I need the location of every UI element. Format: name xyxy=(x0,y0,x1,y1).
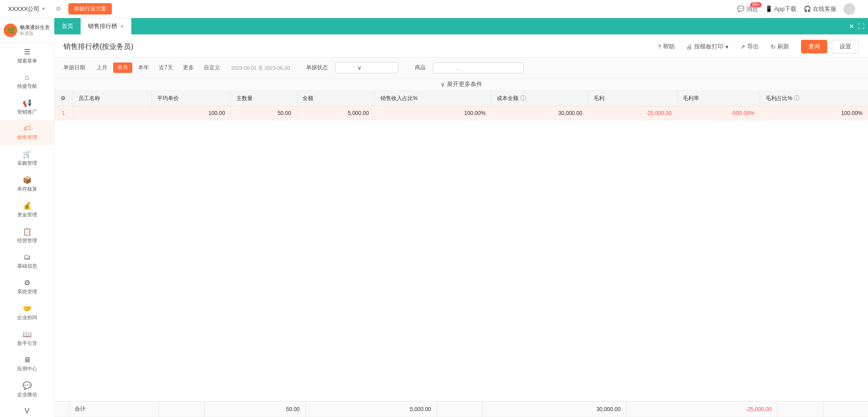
footer-sales-pct xyxy=(437,402,483,417)
company-name: XXXXX公司 xyxy=(8,5,39,13)
help-btn[interactable]: ? 帮助 xyxy=(654,41,678,53)
message-badge: 99+ xyxy=(750,2,762,7)
page-title: 销售排行榜(按业务员) xyxy=(63,42,134,52)
sidebar-item-enterprise[interactable]: 🤝 企业协同 xyxy=(0,300,54,326)
online-service-btn[interactable]: 🎧 在线客服 xyxy=(804,5,836,13)
sidebar-item-member[interactable]: V 畅会员 xyxy=(0,403,54,417)
sidebar-item-system[interactable]: ⚙ 系统管理 xyxy=(0,274,54,300)
sidebar-logo: 🌿 畅康通好生意 标准版 xyxy=(0,18,54,43)
online-service-label: 在线客服 xyxy=(813,5,836,13)
table-body: 1 100.00 50.00 5,000.00 100.00% 30,000.0… xyxy=(54,106,868,120)
cell-rank-0: 1 xyxy=(54,106,72,120)
message-btn[interactable]: 💬 消息 99+ xyxy=(737,5,758,13)
tab-home[interactable]: 首页 xyxy=(54,18,81,34)
help-icon: ? xyxy=(658,43,661,50)
goods-input[interactable]: ... xyxy=(433,62,523,73)
system-label: 系统管理 xyxy=(17,288,37,295)
th-gross-rate: 毛利率 xyxy=(677,91,760,106)
industry-button[interactable]: 体验行业方案 xyxy=(68,3,112,14)
quick-nav-icon: ⌂ xyxy=(25,73,29,81)
last-7-days-btn[interactable]: 近7天 xyxy=(155,62,177,73)
refresh-icon: ↻ xyxy=(771,43,776,50)
window-close-icon[interactable]: ✕ xyxy=(849,23,854,30)
query-button[interactable]: 查询 xyxy=(801,40,827,53)
main-layout: 🌿 畅康通好生意 标准版 ☰ 搜索菜单 ⌂ 快捷导航 📢 营销推广 🏷 销售管理… xyxy=(0,18,868,417)
doc-status-select[interactable]: ∨ xyxy=(335,62,398,73)
filter-section: 单据日期 上月 本月 本年 近7天 更多 自定义 2023-06-01 至 20… xyxy=(54,58,868,78)
sidebar-item-wechat[interactable]: 💬 企业微信 xyxy=(0,377,54,403)
footer-row: 合计 50.00 5,000.00 30,000.00 -25,000.00 xyxy=(54,402,868,417)
tab-sales-rank[interactable]: 销售排行榜 ✕ xyxy=(81,18,131,34)
chevron-down-icon: ▼ xyxy=(41,6,46,11)
system-icon: ⚙ xyxy=(24,278,30,287)
this-month-btn[interactable]: 本月 xyxy=(113,62,132,73)
expand-chevron-icon: ∨ xyxy=(441,81,445,88)
export-icon: ↗ xyxy=(740,43,745,50)
sidebar-item-basic-info[interactable]: 🗂 基础信息 xyxy=(0,249,54,274)
operations-label: 经营管理 xyxy=(17,237,37,244)
doc-status-label: 单据状态 xyxy=(306,64,328,72)
sidebar-item-inventory[interactable]: 📦 库存核算 xyxy=(0,171,54,197)
header-right: 💬 消息 99+ 📱 App下载 🎧 在线客服 xyxy=(737,3,863,15)
sidebar-item-sales[interactable]: 🏷 销售管理 xyxy=(0,120,54,145)
expand-bar[interactable]: ∨ 展开更多条件 xyxy=(54,78,868,91)
cost-info-icon[interactable]: ⓘ xyxy=(520,95,526,101)
search-label: 搜索菜单 xyxy=(17,58,37,64)
help-label: 帮助 xyxy=(663,43,675,51)
export-btn[interactable]: ↗ 导出 xyxy=(737,41,762,53)
sidebar-item-finance[interactable]: 💰 资金管理 xyxy=(0,197,54,223)
gross-pct-info-icon[interactable]: ⓘ xyxy=(794,95,800,101)
sidebar-item-purchase[interactable]: 🛒 采购管理 xyxy=(0,145,54,171)
settings-button[interactable]: 设置 xyxy=(832,40,859,53)
export-label: 导出 xyxy=(747,43,759,51)
sidebar-item-search[interactable]: ☰ 搜索菜单 xyxy=(0,43,54,69)
this-year-btn[interactable]: 本年 xyxy=(134,62,153,73)
goods-ellipsis[interactable]: ... xyxy=(455,65,460,71)
cell-amount-0: 5,000.00 xyxy=(297,106,374,120)
th-settings[interactable]: ⚙ xyxy=(54,91,72,106)
finance-label: 资金管理 xyxy=(17,211,37,218)
cell-avg-price-0: 100.00 xyxy=(152,106,231,120)
table-header-row: ⚙ 员工名称 平均单价 主数量 全额 销售收入占比% 成本全额 ⓘ 毛利 毛利率… xyxy=(54,91,868,106)
footer-amount: 5,000.00 xyxy=(305,402,436,417)
enterprise-label: 企业协同 xyxy=(17,314,37,321)
prev-month-btn[interactable]: 上月 xyxy=(92,62,111,73)
footer-gross-rate xyxy=(777,402,823,417)
avatar[interactable] xyxy=(844,3,855,15)
custom-date-btn[interactable]: 自定义 xyxy=(200,62,224,73)
sales-icon: 🏷 xyxy=(24,125,31,133)
sidebar-item-operations[interactable]: 📋 经营管理 xyxy=(0,223,54,249)
settings-icon-btn[interactable]: ⚙ xyxy=(52,3,65,15)
operations-icon: 📋 xyxy=(23,227,32,236)
date-filters: 上月 本月 本年 近7天 更多 自定义 xyxy=(92,62,224,73)
enterprise-icon: 🤝 xyxy=(23,304,32,313)
quick-nav-label: 快捷导航 xyxy=(17,83,37,90)
wechat-icon: 💬 xyxy=(23,381,32,390)
refresh-btn[interactable]: ↻ 刷新 xyxy=(767,41,793,53)
tutorial-label: 新手引导 xyxy=(17,340,37,347)
tab-bar: 首页 销售排行榜 ✕ ✕ ⛶ xyxy=(54,18,868,34)
inventory-label: 库存核算 xyxy=(17,186,37,192)
content-area: 首页 销售排行榜 ✕ ✕ ⛶ 销售排行榜(按业务员) ? 帮助 xyxy=(54,18,868,417)
th-cost: 成本全额 ⓘ xyxy=(491,91,588,106)
th-sales-pct: 销售收入占比% xyxy=(374,91,491,106)
logo-tag: 标准版 xyxy=(20,30,50,37)
sidebar-item-tutorial[interactable]: 📖 新手引导 xyxy=(0,326,54,351)
fullscreen-icon[interactable]: ⛶ xyxy=(858,23,864,30)
th-avg-price: 平均单价 xyxy=(152,91,231,106)
more-dates-btn[interactable]: 更多 xyxy=(179,62,198,73)
cell-sales-pct-0: 100.00% xyxy=(374,106,491,120)
sidebar-item-marketing[interactable]: 📢 营销推广 xyxy=(0,94,54,120)
filter-row-1: 单据日期 上月 本月 本年 近7天 更多 自定义 2023-06-01 至 20… xyxy=(63,62,859,73)
sales-rank-table: ⚙ 员工名称 平均单价 主数量 全额 销售收入占比% 成本全额 ⓘ 毛利 毛利率… xyxy=(54,91,868,120)
inventory-icon: 📦 xyxy=(23,176,32,184)
company-selector[interactable]: XXXXX公司 ▼ xyxy=(5,4,48,14)
tutorial-icon: 📖 xyxy=(23,330,32,339)
template-print-btn[interactable]: 🖨 按模板打印 ▾ xyxy=(683,41,732,53)
page-content: 销售排行榜(按业务员) ? 帮助 🖨 按模板打印 ▾ ↗ 导出 xyxy=(54,34,868,417)
app-download-btn[interactable]: 📱 App下载 xyxy=(765,5,796,13)
sidebar-item-quick-nav[interactable]: ⌂ 快捷导航 xyxy=(0,69,54,94)
tab-close-icon[interactable]: ✕ xyxy=(120,24,124,29)
sidebar-item-app-center[interactable]: 🖥 应用中心 xyxy=(0,351,54,377)
tab-bar-right: ✕ ⛶ xyxy=(849,18,868,34)
